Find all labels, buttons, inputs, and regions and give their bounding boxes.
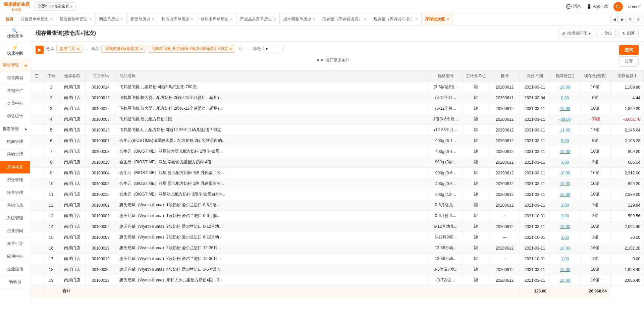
filter-toggle-btn[interactable]: ▶ bbox=[36, 46, 44, 54]
sidebar-item-weapp[interactable]: 企业微信 bbox=[0, 263, 30, 276]
warehouse-tag-close-icon[interactable]: ✕ bbox=[77, 47, 79, 51]
export-button[interactable]: ↓ 导出 bbox=[597, 29, 616, 38]
table-row: 10 南岸门店 00100005 合生元（BIOSTIME）派星 婴儿配方奶粉 … bbox=[30, 178, 644, 189]
sidebar-item-wholesale[interactable]: 批发管理 ▶ bbox=[0, 123, 30, 136]
tab-close-icon[interactable]: ✕ bbox=[446, 17, 449, 21]
color-select[interactable]: ▾ bbox=[263, 46, 283, 52]
qty-main-cell[interactable]: 10.00 bbox=[550, 243, 580, 254]
sidebar-item-retail-stats[interactable]: 零售统计 bbox=[0, 110, 30, 123]
settings-button[interactable]: 设置 bbox=[619, 56, 639, 67]
sidebar-item-member2[interactable]: 畅会员 bbox=[0, 276, 30, 288]
page-actions: 🖨 按模板打印 ▾ ↓ 导出 ↻ 刷新 bbox=[558, 29, 639, 38]
expand-more-btn[interactable]: ▼▼ 展开更多条件 bbox=[46, 55, 619, 65]
sidebar-item-newguide[interactable]: 新手引导 bbox=[0, 237, 30, 250]
top-bar: 畅捷通好生意 标签版 母婴行业演示账套 ▾ 💬 消息 📱 App下载 Ea de… bbox=[0, 0, 644, 13]
color-filter: 颜色 ▾ bbox=[253, 46, 283, 52]
qty-main-cell[interactable]: 1.00 bbox=[550, 254, 580, 264]
qty-main-cell[interactable]: 10.00 bbox=[550, 168, 580, 178]
warehouse-more[interactable]: ··· bbox=[85, 47, 88, 51]
avatar: Ea bbox=[613, 2, 623, 11]
tab-cost-adjust-history[interactable]: 成本调整单历史 ✕ bbox=[280, 13, 319, 25]
qty-main-cell[interactable]: 10.00 bbox=[550, 103, 580, 114]
tab-other-out-history[interactable]: 其他出库单历史 ✕ bbox=[158, 13, 197, 25]
sidebar-item-inventory[interactable]: 库存核算 bbox=[0, 161, 30, 174]
table-header-row: ☰ 序号 仓库名称 商品编码 商品名称 规格型号 主计量单位 批号 失效日期 现… bbox=[30, 70, 644, 82]
warehouse-tag[interactable]: 南岸门店 ✕ bbox=[56, 45, 83, 53]
qty-main-cell[interactable]: 1.00 bbox=[550, 232, 580, 243]
qty-main-cell[interactable]: 9.00 bbox=[550, 136, 580, 146]
tab-close-icon[interactable]: ✕ bbox=[89, 17, 92, 21]
sidebar-item-retail-shop[interactable]: 零售商城 bbox=[0, 72, 30, 85]
tab-navigation: ◀ ▶ ✕ ≡ bbox=[610, 16, 642, 23]
tab-demand-history[interactable]: 要货单历史 ✕ bbox=[127, 13, 158, 25]
qty-main-cell[interactable]: 1.00 bbox=[550, 200, 580, 211]
message-btn[interactable]: 💬 消息 bbox=[566, 4, 581, 9]
qty-main-cell[interactable]: 10.00 bbox=[550, 221, 580, 232]
tab-close-icon[interactable]: ✕ bbox=[50, 17, 53, 21]
print-button[interactable]: 🖨 按模板打印 ▾ bbox=[558, 29, 594, 38]
sidebar-item-system[interactable]: 系统管理 bbox=[0, 212, 30, 225]
chevron-down-icon: ▾ bbox=[71, 4, 73, 9]
product-filter: 商品 飞鹤奶粉3段两提装 ✕ 飞鹤星飞帆 儿童奶粉 4段(3-6岁适用) 700… bbox=[91, 45, 250, 53]
tab-batch-voucher[interactable]: 库存批次账 ✕ bbox=[422, 13, 453, 25]
tab-split-history[interactable]: 分量盘点单历史 ✕ bbox=[17, 13, 56, 25]
tab-inventory-dist[interactable]: 现存量（库存分布表） ✕ bbox=[370, 13, 422, 25]
qty-main-cell[interactable]: 11.00 bbox=[550, 125, 580, 136]
tab-prev-btn[interactable]: ◀ bbox=[610, 16, 618, 23]
qty-main-cell[interactable]: 10.00 bbox=[550, 264, 580, 275]
query-button[interactable]: 查询 bbox=[619, 45, 639, 55]
qty-main-cell[interactable]: -39.00 bbox=[550, 114, 580, 125]
sidebar-item-ecommerce[interactable]: 电商管理 bbox=[0, 136, 30, 148]
tab-home[interactable]: 首页 bbox=[2, 13, 17, 25]
message-icon: 💬 bbox=[566, 4, 572, 9]
sidebar-search[interactable]: 🔍 搜索菜单 bbox=[0, 25, 30, 42]
product-more2[interactable]: ··· bbox=[247, 47, 250, 51]
sidebar-quicknav[interactable]: ⚡ 快捷导航 bbox=[0, 42, 30, 59]
qty-main-cell[interactable]: 10.00 bbox=[550, 189, 580, 200]
product-tag-1-close-icon[interactable]: ✕ bbox=[140, 47, 143, 51]
table-row: 19 南岸门店 00100018 惠氏启赋（Wyeth illuma）亲和人体儿… bbox=[30, 275, 644, 286]
qty-main-cell[interactable]: 10.00 bbox=[550, 275, 580, 286]
tab-close-all-btn[interactable]: ✕ bbox=[627, 16, 634, 23]
sidebar-item-marketing[interactable]: 营销推广 bbox=[0, 85, 30, 97]
tab-inventory-status[interactable]: 现存量（库存状况表） ✕ bbox=[319, 13, 370, 25]
qty-main-cell[interactable]: 10.00 bbox=[550, 146, 580, 157]
tab-close-icon[interactable]: ✕ bbox=[230, 17, 233, 21]
tab-disassemble-history[interactable]: 组装拆卸单历史 ✕ bbox=[56, 13, 96, 25]
tab-material-out-history[interactable]: 材料出库单历史 ✕ bbox=[197, 13, 236, 25]
tab-mixing-history[interactable]: 调拨单历史 ✕ bbox=[96, 13, 127, 25]
th-settings[interactable]: ☰ bbox=[30, 70, 44, 82]
qty-main-cell[interactable]: 10.00 bbox=[550, 178, 580, 189]
qty-main-cell[interactable]: 3.00 bbox=[550, 157, 580, 168]
tab-next-btn[interactable]: ▶ bbox=[619, 16, 626, 23]
sidebar-item-member[interactable]: 会员中心 bbox=[0, 97, 30, 110]
tab-close-icon[interactable]: ✕ bbox=[273, 17, 276, 21]
tab-close-icon[interactable]: ✕ bbox=[152, 17, 154, 21]
tab-close-icon[interactable]: ✕ bbox=[313, 17, 315, 21]
sidebar-item-finance[interactable]: 资金管理 bbox=[0, 174, 30, 186]
qty-main-cell[interactable]: 10.00 bbox=[550, 82, 580, 93]
nav-selector[interactable]: 母婴行业演示账套 ▾ bbox=[34, 2, 76, 11]
refresh-button[interactable]: ↻ 刷新 bbox=[619, 29, 639, 38]
tab-close-icon[interactable]: ✕ bbox=[415, 17, 418, 21]
product-more[interactable]: 飞... bbox=[237, 46, 245, 52]
qty-main-cell[interactable]: 2.00 bbox=[550, 211, 580, 221]
qty-main-cell[interactable]: 0.00 bbox=[550, 93, 580, 103]
app-download-btn[interactable]: 📱 App下载 bbox=[586, 4, 608, 9]
sidebar-item-appcenter[interactable]: 应用中心 bbox=[0, 250, 30, 263]
product-tag-2[interactable]: 飞鹤星飞帆 儿童奶粉 4段(3-6岁适用) 700克 ✕ bbox=[148, 45, 235, 53]
tab-close-icon[interactable]: ✕ bbox=[364, 17, 367, 21]
tab-product-in-history[interactable]: 产成品入库单历史 ✕ bbox=[236, 13, 280, 25]
product-tag-1[interactable]: 飞鹤奶粉3段两提装 ✕ bbox=[101, 45, 146, 53]
sidebar-item-basic[interactable]: 基础信息 bbox=[0, 199, 30, 212]
tab-menu-btn[interactable]: ≡ bbox=[635, 16, 642, 23]
sidebar-item-purchase[interactable]: 采购管理 bbox=[0, 148, 30, 161]
sidebar-item-enterprise[interactable]: 企业协同 bbox=[0, 225, 30, 237]
tab-close-icon[interactable]: ✕ bbox=[120, 17, 123, 21]
sidebar-item-operations[interactable]: 经营管理 bbox=[0, 186, 30, 199]
product-tag-2-close-icon[interactable]: ✕ bbox=[229, 47, 232, 51]
tab-close-icon[interactable]: ✕ bbox=[191, 17, 194, 21]
warehouse-label: 仓库 bbox=[46, 46, 54, 52]
user-name[interactable]: demo2 bbox=[628, 4, 641, 9]
sidebar-item-retail[interactable]: 零售管理 ▶ bbox=[0, 59, 30, 72]
